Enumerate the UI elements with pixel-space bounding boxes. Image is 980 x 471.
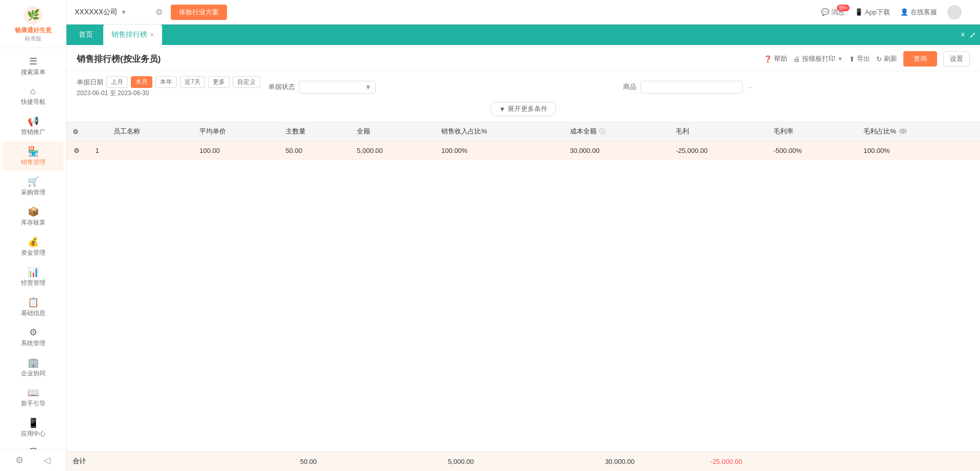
tab-home[interactable]: 首页: [71, 25, 101, 45]
sidebar-item-sales[interactable]: 🏪销售管理: [3, 142, 63, 171]
date-btn-last-month[interactable]: 上月: [106, 76, 128, 88]
date-btn-this-year[interactable]: 本年: [155, 76, 177, 88]
tab-bar-right: × ⤢: [961, 30, 976, 40]
tab-close-icon[interactable]: ×: [150, 31, 154, 38]
row-cost: 30,000.00: [564, 142, 670, 160]
sidebar-label-quick-nav: 快捷导航: [21, 98, 45, 106]
th-sales-pct: 销售收入占比%: [435, 122, 563, 142]
date-btn-this-month[interactable]: 本月: [131, 76, 152, 88]
sidebar-item-quick-nav[interactable]: ⌂快捷导航: [3, 82, 63, 110]
date-label: 单据日期: [77, 78, 103, 87]
page-header: 销售排行榜(按业务员) ❓ 帮助 🖨 按模板打印 ▼ ⬆ 导出 ↻ 刷新: [66, 45, 980, 71]
th-cost: 成本全额 ⓘ: [564, 122, 670, 142]
th-amount: 全额: [351, 122, 435, 142]
status-select-wrapper: ▼: [299, 81, 376, 94]
sidebar-item-enterprise[interactable]: 🏢企业协同: [3, 353, 63, 382]
help-button[interactable]: ❓ 帮助: [764, 54, 787, 63]
date-btn-more[interactable]: 更多: [208, 76, 230, 88]
sidebar-icon-system: ⚙: [29, 327, 37, 338]
template-print-label: 按模板打印: [802, 54, 835, 63]
refresh-button[interactable]: ↻ 刷新: [876, 54, 897, 63]
th-avg-price: 平均单价: [193, 122, 279, 142]
filter-row-main: 单据日期 上月 本月 本年 近7天 更多 自定义 2023-06-01 至 20…: [77, 76, 970, 98]
settings-button[interactable]: 设置: [943, 51, 970, 66]
table-footer: 合计 50.00 5,000.00 30,000.00 -25,000.00: [66, 451, 980, 471]
avatar[interactable]: [947, 5, 962, 19]
template-print-button[interactable]: 🖨 按模板打印 ▼: [793, 54, 843, 63]
footer-main-qty: 50.00: [300, 458, 317, 465]
table-container: ⚙ 员工名称 平均单价 主数量 全额 销售收入占比% 成本全额 ⓘ 毛利 毛利率…: [66, 122, 980, 471]
sidebar-icon-guide: 📖: [28, 387, 39, 398]
sidebar-label-basic: 基础信息: [21, 309, 45, 318]
top-header: XXXXXX公司 ▼ ⚙ 体验行业方案 💬 消息 99+ 📱 App下载 👤 在…: [66, 0, 980, 25]
export-icon: ⬆: [849, 55, 855, 63]
row-rank: 1: [87, 142, 107, 160]
sidebar-item-basic[interactable]: 📋基础信息: [3, 293, 63, 322]
sidebar-collapse-icon[interactable]: ◁: [43, 455, 51, 466]
sidebar: 🌿 畅康通好生意 标准版 ☰搜索菜单⌂快捷导航📢营销推广🏪销售管理🛒采购管理📦库…: [0, 0, 66, 471]
sidebar-label-purchase: 采购管理: [21, 188, 45, 197]
logo-text: 畅康通好生意: [15, 27, 52, 35]
footer-gross: -25,000.00: [711, 458, 742, 465]
th-main-qty: 主数量: [280, 122, 351, 142]
export-button[interactable]: ⬆ 导出: [849, 54, 870, 63]
th-gross-rate: 毛利率: [767, 122, 857, 142]
sidebar-item-marketing[interactable]: 📢营销推广: [3, 111, 63, 141]
sidebar-item-inventory[interactable]: 📦库存核算: [3, 202, 63, 231]
expand-row: ▼ 展开更多条件: [77, 102, 970, 116]
sidebar-item-purchase[interactable]: 🛒采购管理: [3, 172, 63, 201]
goods-input[interactable]: [641, 81, 743, 94]
data-table: ⚙ 员工名称 平均单价 主数量 全额 销售收入占比% 成本全额 ⓘ 毛利 毛利率…: [66, 122, 980, 160]
status-select[interactable]: [299, 81, 376, 94]
expand-label: 展开更多条件: [508, 104, 548, 114]
cost-info-icon: ⓘ: [599, 128, 605, 135]
window-expand-icon[interactable]: ⤢: [969, 30, 976, 40]
sidebar-item-operation[interactable]: 📊经营管理: [3, 262, 63, 291]
sidebar-item-search[interactable]: ☰搜索菜单: [3, 52, 63, 81]
row-gross-rate: -500.00%: [767, 142, 857, 160]
header-settings-icon[interactable]: ⚙: [155, 7, 163, 17]
gross-pct-info-icon: ↂ: [899, 128, 907, 135]
row-sales-pct: 100.00%: [435, 142, 563, 160]
sidebar-icon-sales: 🏪: [28, 146, 39, 157]
sidebar-label-system: 系统管理: [21, 339, 45, 348]
tab-sales-ranking[interactable]: 销售排行榜 ×: [103, 25, 162, 45]
sidebar-label-sales: 销售管理: [21, 158, 45, 167]
header-right: 💬 消息 99+ 📱 App下载 👤 在线客服: [821, 5, 972, 19]
status-filter-group: 单据状态 ▼: [268, 81, 615, 94]
sidebar-item-guide[interactable]: 📖新手引导: [3, 383, 63, 412]
row-main-qty: 50.00: [280, 142, 351, 160]
footer-label: 合计: [73, 457, 113, 466]
help-icon: ❓: [764, 55, 772, 63]
sidebar-label-enterprise: 企业协同: [21, 369, 45, 378]
sidebar-item-finance[interactable]: 💰资金管理: [3, 232, 63, 261]
app-download-item[interactable]: 📱 App下载: [855, 8, 890, 17]
sidebar-item-appstore[interactable]: 📱应用中心: [3, 413, 63, 442]
window-close-icon[interactable]: ×: [961, 30, 965, 39]
date-btn-custom[interactable]: 自定义: [233, 76, 260, 88]
goods-more-icon[interactable]: ···: [747, 83, 753, 91]
message-item[interactable]: 💬 消息 99+: [821, 8, 845, 17]
company-dropdown-arrow: ▼: [121, 9, 127, 16]
date-btn-7days[interactable]: 近7天: [180, 76, 205, 88]
sidebar-label-search: 搜索菜单: [21, 68, 45, 77]
row-settings[interactable]: ⚙: [66, 142, 87, 160]
sidebar-label-finance: 资金管理: [21, 249, 45, 257]
trial-button[interactable]: 体验行业方案: [171, 5, 227, 20]
table-header-row: ⚙ 员工名称 平均单价 主数量 全额 销售收入占比% 成本全额 ⓘ 毛利 毛利率…: [66, 122, 980, 142]
logo-sub: 标准版: [25, 35, 41, 42]
sidebar-icon-purchase: 🛒: [28, 176, 39, 187]
sidebar-settings-icon[interactable]: ⚙: [15, 455, 24, 466]
refresh-icon: ↻: [876, 55, 882, 63]
company-selector[interactable]: XXXXXX公司 ▼: [75, 8, 151, 17]
expand-button[interactable]: ▼ 展开更多条件: [490, 102, 556, 116]
sidebar-item-system[interactable]: ⚙系统管理: [3, 323, 63, 352]
query-button[interactable]: 查询: [903, 51, 937, 66]
page-title: 销售排行榜(按业务员): [77, 53, 764, 65]
logo-icon: 🌿: [23, 5, 43, 26]
online-service-icon: 👤: [900, 8, 908, 16]
online-service-item[interactable]: 👤 在线客服: [900, 8, 937, 17]
row-gross-pct: 100.00%: [857, 142, 980, 160]
th-settings[interactable]: ⚙: [66, 122, 87, 142]
sidebar-item-wechat[interactable]: 💬企业微信: [3, 443, 63, 449]
